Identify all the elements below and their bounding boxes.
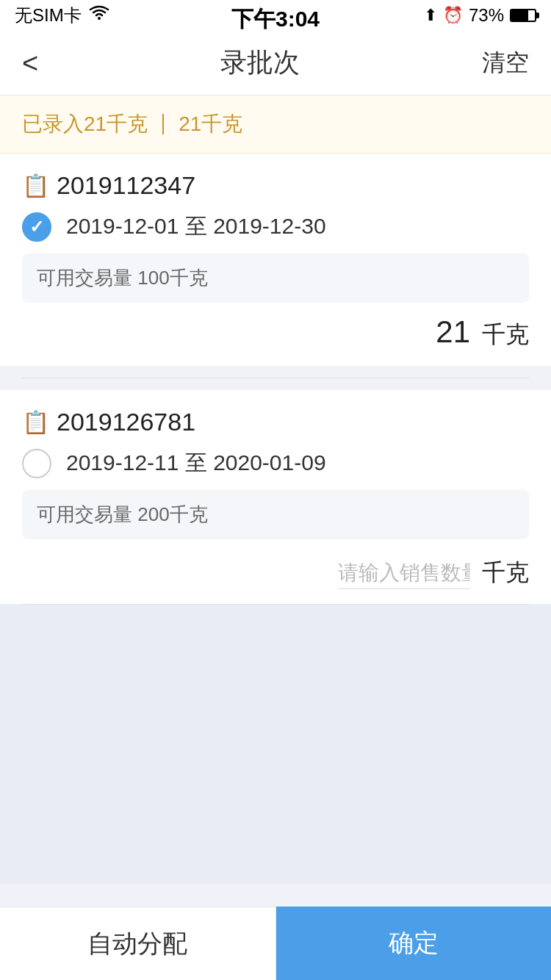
batch-doc-icon-2: 📋 [22,409,49,435]
status-bar: 无SIM卡 下午3:04 ⬆ ⏰ 73% [0,0,551,31]
svg-point-0 [98,17,101,20]
batch-doc-icon-1: 📋 [22,173,49,198]
page-title: 录批次 [220,45,300,81]
status-time: 下午3:04 [231,4,320,35]
batch-item-2: 📋 2019126781 2019-12-11 至 2020-01-09 可用交… [0,390,551,539]
recorded-label: 已录入21千克 [22,110,148,138]
bottom-bar: 自动分配 确定 [0,907,551,980]
section-divider [0,378,551,390]
status-left: 无SIM卡 [15,4,109,27]
confirm-button[interactable]: 确定 [276,907,552,980]
batch-date-1: 2019-12-01 至 2019-12-30 [66,212,326,242]
batch-2-unit: 千克 [482,557,529,589]
batch-date-2: 2019-12-11 至 2020-01-09 [66,448,326,478]
batch-radio-1[interactable] [22,212,51,242]
carrier-label: 无SIM卡 [15,4,82,27]
batch-1-unit: 千克 [482,319,529,351]
status-right: ⬆ ⏰ 73% [424,5,536,26]
nav-bar: < 录批次 清空 [0,31,551,96]
battery-percent: 73% [469,5,504,26]
info-divider [162,114,164,134]
wifi-icon [89,5,109,26]
batch-radio-2[interactable] [22,449,51,478]
batch-1-value: 21 [436,314,470,350]
batch-item-1: 📋 2019112347 2019-12-01 至 2019-12-30 可用交… [0,154,551,303]
back-button[interactable]: < [22,49,38,77]
empty-area [0,605,551,884]
batch-date-row-2[interactable]: 2019-12-11 至 2020-01-09 [22,448,529,478]
battery-icon [510,9,536,22]
auto-distribute-button[interactable]: 自动分配 [0,907,276,980]
clear-button[interactable]: 清空 [482,47,529,79]
batch-1-value-row: 21 千克 [0,303,551,366]
batch-header-2: 📋 2019126781 [22,408,529,436]
batch-volume-2: 可用交易量 200千克 [22,490,529,539]
location-icon: ⬆ [424,6,437,25]
batch-header-1: 📋 2019112347 [22,171,529,200]
batch-2-input-row: 千克 [0,539,551,604]
alarm-icon: ⏰ [443,6,463,25]
batch-id-1: 2019112347 [57,171,195,200]
batch-date-row-1[interactable]: 2019-12-01 至 2019-12-30 [22,212,529,242]
batch-2-input[interactable] [338,557,470,589]
info-banner: 已录入21千克 21千克 [0,96,551,154]
batch-id-2: 2019126781 [57,408,195,436]
recorded-value: 21千克 [179,110,242,138]
batch-volume-1: 可用交易量 100千克 [22,253,529,303]
